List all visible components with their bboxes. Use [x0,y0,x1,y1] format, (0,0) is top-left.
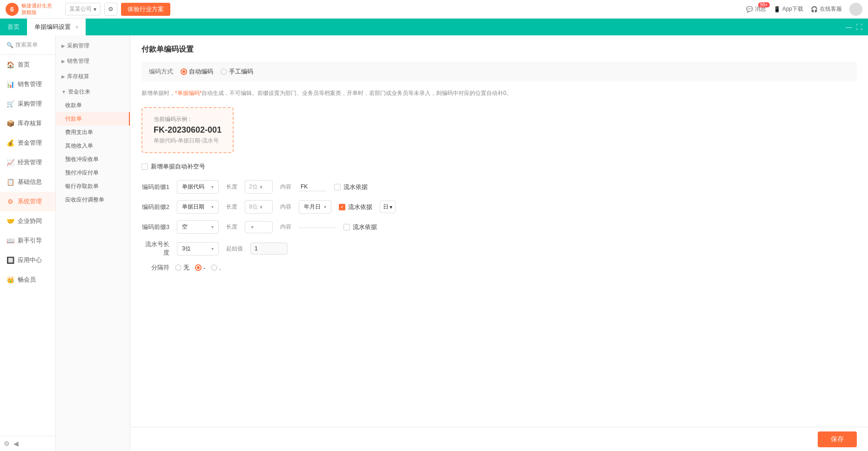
settings-icon[interactable]: ⚙ [104,3,117,16]
auto-fill-checkbox[interactable] [141,163,148,170]
page-title: 付款单编码设置 [141,45,857,54]
tab-expand-icon[interactable]: ⛶ [856,23,862,31]
sidebar-item-system[interactable]: ⚙ 系统管理 [0,192,55,211]
logo-icon: 6 [6,3,19,16]
sidebar-item-coop[interactable]: 🤝 企业协同 [0,211,55,231]
sep-dot-radio[interactable]: . [211,264,221,271]
sidebar-item-member[interactable]: 👑 畅会员 [0,270,55,289]
chevron-down-icon9: ▾ [390,204,392,210]
prefix1-content-value: FK [299,182,327,191]
message-icon: 💬 [746,6,753,13]
purchase-icon: 🛒 [7,100,14,108]
sub-item-bank-deposit[interactable]: 银行存取款单 [56,180,130,193]
sub-item-prepay-receipt[interactable]: 预收冲应收单 [56,153,130,166]
sidebar-item-inventory[interactable]: 📦 库存核算 [0,114,55,133]
prefix2-select[interactable]: 单据日期 ▾ [177,200,219,214]
prefix1-length-label: 长度 [226,183,237,191]
member-icon: 👑 [7,276,14,283]
sub-item-payment[interactable]: 付款单 [56,112,130,126]
prefix3-serial-label: 流水依据 [353,223,377,231]
company-dropdown[interactable]: 某某公司 ▾ [65,3,101,15]
prefix2-day-select[interactable]: 日 ▾ [380,201,396,213]
separator-row: 分隔符 无 - . [141,263,857,272]
prefix2-serial-checkbox[interactable]: ✓ [339,204,345,210]
sub-group-inventory-title[interactable]: ▶ 库存核算 [56,70,130,83]
sep-dash-radio[interactable]: - [195,264,205,271]
save-button[interactable]: 保存 [818,431,857,447]
prefix3-serial-checkbox[interactable] [343,224,350,230]
prefix1-length-select[interactable]: 2位 ▾ [245,180,273,194]
base-icon: 📋 [7,178,14,186]
prefix3-select[interactable]: 空 ▾ [177,220,219,234]
search-icon: 🔍 [7,42,13,48]
encoding-method-section: 编码方式 自动编码 手工编码 [141,62,857,81]
prefix2-row: 编码前缀2 单据日期 ▾ 长度 8位 ▾ 内容 年月日 ▾ [141,200,857,214]
header-controls: 某某公司 ▾ ⚙ 体验行业方案 [65,3,742,16]
prefix2-length-select[interactable]: 8位 ▾ [245,200,273,214]
app-download-btn[interactable]: 📱 App下载 [774,5,803,13]
sidebar-item-sales[interactable]: 📊 销售管理 [0,74,55,94]
sub-item-prepay-payment[interactable]: 预付冲应付单 [56,166,130,180]
sidebar-item-purchase[interactable]: 🛒 采购管理 [0,94,55,114]
tab-encode-settings[interactable]: 单据编码设置 × [27,19,86,35]
serial-length-select[interactable]: 3位 ▾ [177,242,219,256]
search-menu-btn[interactable]: 🔍 搜索菜单 [4,39,52,51]
headset-icon: 🎧 [811,6,818,13]
auto-encode-radio[interactable]: 自动编码 [181,67,213,76]
sub-item-other-income[interactable]: 其他收入单 [56,139,130,153]
chevron-down-icon10: ▾ [211,224,214,229]
prefix2-serial-check: ✓ 流水依据 [339,203,372,211]
service-btn[interactable]: 🎧 在线客服 [811,5,842,13]
prefix2-serial-label: 流水依据 [348,203,372,211]
sidebar-item-business[interactable]: 📈 经营管理 [0,153,55,172]
content-area: 付款单编码设置 编码方式 自动编码 手工编码 新增单据时，*单据编码* [130,35,868,427]
sub-item-receipt[interactable]: 收款单 [56,99,130,112]
sub-group-capital-title[interactable]: ▼ 资金往来 [56,85,130,99]
header-right: 💬 消息 99+ 📱 App下载 🎧 在线客服 [746,3,862,16]
sub-item-expense[interactable]: 费用支出单 [56,126,130,139]
chevron-down-icon11: ▾ [251,224,254,230]
sub-group-sales-title[interactable]: ▶ 销售管理 [56,54,130,68]
tab-home[interactable]: 首页 [0,19,27,35]
sidebar-item-finance[interactable]: 💰 资金管理 [0,133,55,153]
manual-encode-radio[interactable]: 手工编码 [221,67,253,76]
serial-row: 流水号长度 3位 ▾ 起始值 [141,240,857,257]
prefix1-select[interactable]: 单据代码 ▾ [177,180,219,194]
sidebar-item-guide[interactable]: 📖 新手引导 [0,231,55,250]
sub-group-purchase-title[interactable]: ▶ 采购管理 [56,39,130,53]
sidebar-item-apps[interactable]: 🔲 应用中心 [0,250,55,270]
bottom-bar: 保存 [130,427,868,451]
footer-settings-icon[interactable]: ⚙ [4,440,10,447]
auto-encode-radio-dot [181,68,187,75]
chevron-down-icon4: ▾ [211,184,214,189]
start-value-input[interactable] [250,242,288,255]
sub-item-receivable-adj[interactable]: 应收应付调整单 [56,193,130,207]
inventory-icon: 📦 [7,120,14,127]
business-icon: 📈 [7,159,14,166]
prefix3-length-select[interactable]: ▾ [245,221,273,233]
sub-sidebar: ▶ 采购管理 ▶ 销售管理 ▶ 库存核算 ▼ 资金往来 收款单 付款单 费用支出… [56,35,130,451]
prefix2-content-select[interactable]: 年月日 ▾ [299,200,331,214]
highlight-text: *单据编码* [175,90,202,96]
system-icon: ⚙ [7,198,14,205]
tab-close-icon[interactable]: × [75,24,78,30]
chevron-down-icon6: ▾ [211,204,214,209]
prefix1-content-label: 内容 [280,183,291,191]
prefix1-serial-checkbox[interactable] [334,184,341,190]
sidebar-item-base[interactable]: 📋 基础信息 [0,172,55,192]
preview-box: 当前编码示例： FK-20230602-001 单据代码-单据日期-流水号 [141,107,234,153]
message-btn[interactable]: 💬 消息 99+ [746,5,766,13]
prefix2-content-label: 内容 [280,203,291,211]
tab-minimize-icon[interactable]: — [846,23,852,31]
sidebar-item-home[interactable]: 🏠 首页 [0,55,55,74]
sidebar: 🔍 搜索菜单 🏠 首页 📊 销售管理 🛒 采购管理 📦 库存核算 💰 [0,35,56,451]
trial-btn[interactable]: 体验行业方案 [121,3,170,16]
finance-icon: 💰 [7,139,14,147]
sep-none-radio[interactable]: 无 [175,263,189,272]
avatar[interactable] [849,3,862,16]
sep-none-radio-dot [175,264,182,271]
coop-icon: 🤝 [7,217,14,225]
footer-collapse-icon[interactable]: ◀ [13,440,19,447]
prefix3-content-value [299,226,336,228]
tab-bar: 首页 单据编码设置 × — ⛶ [0,19,868,35]
